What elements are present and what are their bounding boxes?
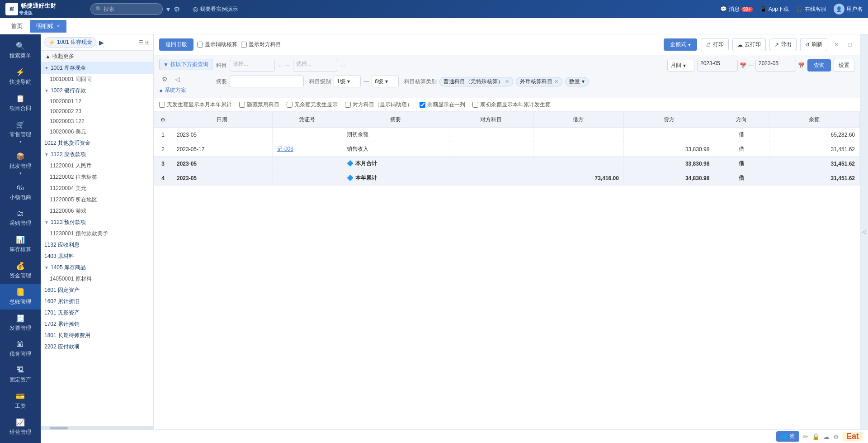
sidebar-item-finance[interactable]: 💰 资金管理 <box>0 258 41 283</box>
tab-detail[interactable]: 明细账 ✕ <box>30 20 66 33</box>
sidebar-item-ecommerce[interactable]: 🛍 小畅电商 <box>0 180 41 205</box>
subject-end-more-icon[interactable]: ··· <box>341 62 345 69</box>
checkbox-no-balance[interactable]: 无发生额显示本月本年累计 <box>159 101 232 109</box>
gear-icon[interactable]: ⚙ <box>160 117 165 123</box>
tree-item-11220005[interactable]: 11220005 所在地区 <box>41 194 153 205</box>
tree-item-10010001[interactable]: 10010001 同同同 <box>41 74 153 85</box>
filter-collapse-icon[interactable]: ◁ <box>172 74 183 85</box>
show-aux-checkbox[interactable]: 显示辅助核算 <box>197 41 237 48</box>
checkbox-balance-one-col[interactable]: 余额显示在一列 <box>420 101 465 109</box>
user-profile[interactable]: 👤 用户名 <box>834 4 863 14</box>
calendar-start-icon[interactable]: 📅 <box>740 62 746 69</box>
tree-item-11220002[interactable]: 11220002 往来标签 <box>41 171 153 183</box>
tree-item-1012[interactable]: 1012 其他货币资金 <box>41 138 153 149</box>
tree-item-2202[interactable]: 2202 应付款项 <box>41 341 153 352</box>
settings-icon[interactable]: ⚙ <box>174 5 180 14</box>
sidebar-item-payroll[interactable]: 💳 工资 <box>0 388 41 414</box>
sidebar-item-purchase[interactable]: 🗂 采购管理 <box>0 206 41 231</box>
cloud-print-button[interactable]: ☁ 云打印 <box>732 38 766 51</box>
demo-link[interactable]: ◎ 我要看实例演示 <box>193 5 238 13</box>
period-start-input[interactable]: 2023-05 <box>697 60 738 71</box>
global-search-input[interactable]: 🔍 搜索 <box>90 3 163 15</box>
show-contra-checkbox[interactable]: 显示对方科目 <box>241 41 281 48</box>
sidebar-item-assets[interactable]: 🏗 固定资产 <box>0 362 41 387</box>
tree-item-1801[interactable]: 1801 长期待摊费用 <box>41 330 153 341</box>
tab-close-icon[interactable]: ✕ <box>57 24 60 29</box>
panel-close-button[interactable]: × <box>831 39 842 50</box>
filter-method-button[interactable]: ▼ 按以下方案查询 <box>159 59 212 70</box>
filter-scheme-button[interactable]: ● 系统方案 <box>159 86 212 94</box>
tree-item-10020002[interactable]: 10020002 23 <box>41 106 153 116</box>
sidebar-item-tax[interactable]: 🏛 税务管理 <box>0 337 41 362</box>
tree-collapse-more[interactable]: ▲ 收起更多 <box>41 51 153 62</box>
tree-item-1132[interactable]: 1132 应收利息 <box>41 239 153 251</box>
tree-scrollbar[interactable] <box>41 426 153 429</box>
dropdown-arrow-icon[interactable]: ▾ <box>166 5 170 14</box>
level-to-select[interactable]: 6级 ▾ <box>372 76 399 87</box>
tag-close-icon[interactable]: ✕ <box>505 79 509 85</box>
eat-label[interactable]: Eat <box>843 432 863 441</box>
sidebar-item-wholesale[interactable]: 📦 批发管理 ▾ <box>0 148 41 179</box>
subject-end-input[interactable]: 选择... <box>293 60 338 71</box>
summary-input[interactable] <box>230 76 304 87</box>
tree-item-11220004[interactable]: 11220004 美元 <box>41 183 153 194</box>
subject-type-tag-3[interactable]: 数量 ▾ <box>565 77 589 86</box>
lock-icon[interactable]: 🔒 <box>812 433 820 440</box>
tree-item-1122[interactable]: ▼ 1122 应收款项 <box>41 149 153 160</box>
filter-settings-icon[interactable]: ⚙ <box>159 74 170 85</box>
tree-item-11220001[interactable]: 11220001 人民币 <box>41 160 153 171</box>
tree-item-10020001[interactable]: 10020001 12 <box>41 96 153 106</box>
sidebar-item-contract[interactable]: 📋 项目合同 <box>0 91 41 116</box>
tree-current-account[interactable]: ⚡ 1001 库存现金 <box>44 37 96 48</box>
checkbox-period-balance[interactable]: 期初余额显示本年累计发生额 <box>472 101 551 109</box>
checkbox-no-occurrence[interactable]: 无余额无发生显示 <box>287 101 338 109</box>
app-download-button[interactable]: 📱 App下载 <box>760 5 789 13</box>
tag-close-icon[interactable]: ✕ <box>554 79 558 85</box>
tree-item-1405[interactable]: ▼ 1405 库存商品 <box>41 262 153 273</box>
message-button[interactable]: 💬 消息 99+ <box>720 5 753 13</box>
online-service-button[interactable]: 🎧 在线客服 <box>796 5 826 13</box>
period-end-input[interactable]: 2023-05 <box>755 60 796 71</box>
settings-status-icon[interactable]: ⚙ <box>833 433 839 440</box>
amount-format-dropdown[interactable]: 金额式 ▾ <box>664 38 697 51</box>
print-button[interactable]: 🖨 打印 <box>701 38 729 51</box>
tree-item-1602[interactable]: 1602 累计折旧 <box>41 296 153 307</box>
tree-item-10020003[interactable]: 10020003 122 <box>41 116 153 126</box>
tree-item-1001[interactable]: ▼ 1001 库存现金 <box>41 62 153 74</box>
subject-input[interactable]: 选择... <box>230 60 275 71</box>
edit-icon[interactable]: ✏ <box>803 433 808 440</box>
settings-button[interactable]: 设置 <box>834 59 854 72</box>
sidebar-item-ledger[interactable]: 📒 总账管理 <box>0 284 41 310</box>
tree-item-1002[interactable]: ▼ 1002 银行存款 <box>41 85 153 96</box>
query-button[interactable]: 查询 <box>807 59 831 71</box>
tree-scrollbar-handle[interactable] <box>50 427 68 429</box>
subject-type-tag-1[interactable]: 普通科目（无特殊核算） ✕ <box>439 77 513 86</box>
tree-arrow-icon[interactable]: ▶ <box>99 39 104 46</box>
tree-item-11220006[interactable]: 11220006 游戏 <box>41 205 153 217</box>
tree-item-1601[interactable]: 1601 固定资产 <box>41 285 153 296</box>
sidebar-item-retail[interactable]: 🛒 零售管理 ▾ <box>0 117 41 148</box>
sidebar-item-quicknav[interactable]: ⚡ 快捷导航 <box>0 64 41 90</box>
tree-item-1701[interactable]: 1701 无形资产 <box>41 307 153 319</box>
tree-item-1702[interactable]: 1702 累计摊销 <box>41 319 153 330</box>
calendar-end-icon[interactable]: 📅 <box>798 62 805 69</box>
period-type-select[interactable]: 月间 ▾ <box>667 60 694 71</box>
language-button[interactable]: 🌐 英 <box>776 431 799 442</box>
sidebar-item-management[interactable]: 📈 经营管理 <box>0 414 41 440</box>
col-gear[interactable]: ⚙ <box>154 112 172 128</box>
checkbox-contra-account[interactable]: 对方科目（显示辅助项） <box>345 101 412 109</box>
tree-list-icon[interactable]: ☰ <box>138 39 143 46</box>
tab-home[interactable]: 首页 <box>5 20 29 33</box>
tree-item-11230001[interactable]: 11230001 预付款款美予 <box>41 228 153 239</box>
tree-item-14050001[interactable]: 14050001 原材料 <box>41 273 153 285</box>
cloud-icon[interactable]: ☁ <box>823 433 830 440</box>
return-old-version-button[interactable]: 退回旧版 <box>159 38 193 51</box>
level-from-select[interactable]: 1级 ▾ <box>334 76 361 87</box>
sidebar-item-search[interactable]: 🔍 搜索菜单 <box>0 38 41 63</box>
panel-expand-button[interactable]: □ <box>845 40 854 49</box>
row-voucher[interactable]: 记-006 <box>272 142 342 157</box>
subject-more-icon[interactable]: ··· <box>278 62 282 69</box>
refresh-button[interactable]: ↺ 刷新 <box>800 38 827 51</box>
side-collapse-tab[interactable]: ◁ <box>860 34 868 429</box>
sidebar-item-inventory[interactable]: 📊 库存核算 <box>0 232 41 257</box>
